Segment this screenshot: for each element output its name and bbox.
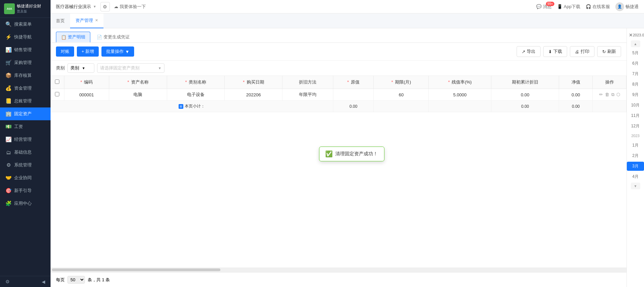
sidebar-item-payroll[interactable]: 💵 工资: [0, 120, 51, 133]
header-actions: 💬 消息 99+ 📱 App下载 🎧 在线客服 👤 畅捷通: [536, 2, 639, 11]
sidebar-item-purchase[interactable]: 🛒 采购管理: [0, 56, 51, 69]
user-avatar: 👤: [615, 2, 624, 11]
filter-input-arrow: ▼: [158, 66, 161, 70]
scroll-up-button[interactable]: ▲: [631, 40, 640, 47]
col-actions: 操作: [593, 76, 626, 89]
row-checkbox[interactable]: [55, 92, 59, 96]
sidebar-item-search[interactable]: 🔍 搜索菜单: [0, 18, 51, 31]
sidebar-item-label: 销售管理: [14, 47, 32, 53]
more-icon[interactable]: ⬡: [616, 92, 620, 97]
subtotal-label-text: 本页小计：: [185, 103, 205, 109]
export-button[interactable]: ↗ 导出: [517, 46, 541, 57]
app-download-button[interactable]: 📱 App下载: [557, 4, 580, 10]
sidebar-collapse-button[interactable]: ◀: [42, 279, 45, 284]
sidebar-item-inventory[interactable]: 📦 库存核算: [0, 69, 51, 82]
sidebar-item-enterprise[interactable]: 🤝 企业协同: [0, 171, 51, 184]
experience-label: 我要体验一下: [120, 4, 146, 10]
download-button[interactable]: ⬇ 下载: [543, 46, 567, 57]
sidebar-item-ledger[interactable]: 📒 总账管理: [0, 95, 51, 107]
tab-close-button[interactable]: ✕: [95, 18, 98, 23]
sidebar-item-app-center[interactable]: 🧩 应用中心: [0, 197, 51, 210]
month-10-2022[interactable]: 10月: [627, 101, 644, 110]
tab-home[interactable]: 首页: [51, 18, 70, 24]
sidebar-item-label: 库存核算: [14, 72, 32, 78]
sidebar-item-quick-nav[interactable]: ⚡ 快捷导航: [0, 31, 51, 43]
batch-button[interactable]: 批量操作 ▼: [101, 46, 134, 57]
sidebar-item-label: 搜索菜单: [14, 21, 32, 27]
category-input[interactable]: 请选择固定资产类别 ▼: [97, 63, 164, 73]
subtotal-empty-period: [374, 101, 429, 112]
settings-button[interactable]: ⚙: [100, 2, 110, 11]
month-1-2023[interactable]: 1月: [627, 141, 644, 150]
right-panel-close-button[interactable]: ✕: [629, 32, 633, 38]
new-button[interactable]: + 新增: [77, 46, 99, 57]
scroll-down-button[interactable]: ▼: [631, 183, 640, 189]
customer-service-label: 在线客服: [592, 4, 610, 10]
horizontal-scrollbar[interactable]: [51, 267, 626, 272]
sub-tab-asset-detail[interactable]: 📋 资产明细: [56, 32, 90, 42]
print-label: 打印: [581, 49, 589, 55]
sidebar-item-label: 应用中心: [14, 200, 32, 206]
experience-button[interactable]: ☁ 我要体验一下: [114, 4, 146, 10]
tab-asset-management[interactable]: 资产管理 ✕: [70, 13, 103, 28]
sales-icon: 📊: [5, 47, 11, 53]
sidebar-item-label: 资金管理: [14, 85, 32, 91]
delete-icon[interactable]: 🗑: [605, 92, 609, 97]
table-row: 000001 电脑 电子设备 202206 年限平均 60 5.0000 0.0…: [51, 89, 626, 101]
sidebar-item-system[interactable]: ⚙ 系统管理: [0, 159, 51, 171]
month-2-2023[interactable]: 2月: [627, 151, 644, 160]
month-7-2022[interactable]: 7月: [627, 69, 644, 78]
right-panel-year-label: 2023.03: [633, 33, 644, 37]
month-11-2022[interactable]: 11月: [627, 111, 644, 120]
user-profile[interactable]: 👤 畅捷通: [615, 2, 639, 11]
table-wrapper: * 编码 * 资产名称 * 类别名称: [51, 76, 626, 267]
per-page-select[interactable]: 50 10 20 100: [67, 276, 85, 284]
message-button[interactable]: 💬 消息 99+: [536, 4, 552, 10]
change-voucher-icon: 📄: [97, 35, 102, 40]
app-version: 普及版: [17, 9, 41, 14]
col-purchase-date-label: 购买日期: [247, 79, 264, 85]
sidebar-item-sales[interactable]: 📊 销售管理: [0, 43, 51, 56]
month-3-2023[interactable]: 3月: [627, 162, 644, 171]
subtotal-acc-dep: 0.00: [491, 101, 559, 112]
export-icon: ↗: [522, 49, 525, 54]
print-button[interactable]: 🖨 打印: [570, 46, 594, 57]
sidebar-item-fixed-assets[interactable]: 🏢 固定资产: [0, 107, 51, 120]
app-center-icon: 🧩: [5, 200, 11, 206]
sidebar-item-base-info[interactable]: 🗂 基础信息: [0, 146, 51, 159]
category-label: 类别: [56, 65, 65, 71]
asset-detail-icon: 📋: [61, 35, 66, 40]
download-label: 下载: [553, 49, 562, 55]
reconcile-button[interactable]: 对账: [56, 46, 74, 57]
fixed-assets-icon: 🏢: [5, 111, 11, 117]
copy-icon[interactable]: ⧉: [611, 92, 614, 97]
quick-nav-icon: ⚡: [5, 34, 11, 40]
subtotal-row: ⊞ 本页小计： 0.00 0.00 0.00: [51, 101, 626, 112]
row-purchase-date: 202206: [224, 89, 282, 101]
toast-message: 清理固定资产成功！: [335, 151, 378, 157]
asset-table: * 编码 * 资产名称 * 类别名称: [51, 76, 626, 112]
sidebar-item-label: 总账管理: [14, 98, 32, 104]
month-8-2022[interactable]: 8月: [627, 80, 644, 89]
edit-icon[interactable]: ✏: [599, 92, 603, 97]
month-9-2022[interactable]: 9月: [627, 90, 644, 99]
sidebar-item-finance[interactable]: 💰 资金管理: [0, 82, 51, 95]
select-all-checkbox[interactable]: [55, 79, 59, 84]
refresh-button[interactable]: ↻ 刷新: [597, 46, 621, 57]
settings-icon[interactable]: ⚙: [5, 279, 10, 284]
month-4-2023[interactable]: 4月: [627, 172, 644, 181]
month-5-2022[interactable]: 5月: [627, 49, 644, 58]
month-12-2022[interactable]: 12月: [627, 122, 644, 131]
sidebar-item-guide[interactable]: 🎯 新手引导: [0, 184, 51, 197]
sidebar-item-operations[interactable]: 📈 经营管理: [0, 133, 51, 146]
company-selector[interactable]: 医疗器械行业演示 ▼: [56, 4, 96, 10]
category-select[interactable]: 类别 ▼: [67, 63, 94, 73]
col-code-label: 编码: [84, 79, 93, 85]
subtotal-net-value: 0.00: [559, 101, 593, 112]
sub-tab-change-voucher[interactable]: 📄 变更生成凭证: [92, 32, 135, 42]
scroll-thumb[interactable]: [52, 268, 220, 271]
customer-service-button[interactable]: 🎧 在线客服: [586, 4, 610, 10]
sidebar-item-label: 快捷导航: [14, 34, 32, 40]
month-6-2022[interactable]: 6月: [627, 59, 644, 68]
col-residual-rate-label: 残值率(%): [452, 79, 471, 85]
